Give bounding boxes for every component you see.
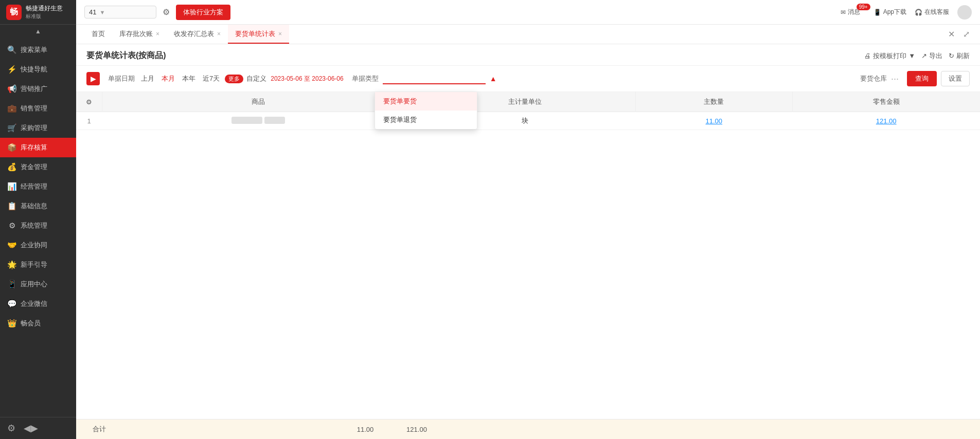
settings-column-header: ⚙ bbox=[76, 92, 102, 112]
column-settings-icon[interactable]: ⚙ bbox=[86, 98, 92, 106]
sidebar-item-inventory[interactable]: 📦库存核算 bbox=[0, 138, 76, 157]
messages-badge: 99+ bbox=[857, 4, 870, 10]
sidebar-item-guide[interactable]: 🌟新手引导 bbox=[0, 255, 76, 275]
product-placeholder-1 bbox=[231, 117, 262, 124]
warehouse-more-btn[interactable]: ··· bbox=[891, 74, 899, 84]
sidebar: 畅 畅捷通好生意 标准版 ▲ 🔍搜索菜单⚡快捷导航📢营销推广💼销售管理🛒采购管理… bbox=[0, 0, 76, 439]
messages-button[interactable]: ✉ 消息 99+ bbox=[841, 8, 865, 16]
app-download-button[interactable]: 📱 App下载 bbox=[874, 8, 906, 16]
sidebar-item-marketing[interactable]: 📢营销推广 bbox=[0, 79, 76, 99]
table-container: ⚙ 商品 主计量单位 主数量 零售金额 1 块 11.00 121.00 bbox=[76, 92, 980, 419]
nav-icon-business: 📊 bbox=[7, 182, 16, 191]
sidebar-item-system[interactable]: ⚙系统管理 bbox=[0, 216, 76, 235]
sidebar-item-quicknav[interactable]: ⚡快捷导航 bbox=[0, 60, 76, 79]
page-content: 要货单统计表(按商品) 🖨 按模板打印 ▼ ↗ 导出 ↻ 刷新 bbox=[76, 44, 980, 439]
sidebar-item-basicinfo[interactable]: 📋基础信息 bbox=[0, 196, 76, 216]
row-seq-0: 1 bbox=[76, 112, 102, 130]
more-date-btn[interactable]: 更多 bbox=[225, 75, 243, 83]
nav-label-enterprise: 企业协同 bbox=[21, 241, 47, 250]
dropdown-item-1[interactable]: 要货单退货 bbox=[375, 111, 477, 129]
settings-icon-button[interactable]: ⚙ bbox=[161, 5, 172, 19]
doc-type-collapse-btn[interactable]: ▲ bbox=[490, 75, 497, 83]
tab-label-inventory_batch: 库存批次账 bbox=[119, 29, 153, 39]
query-button[interactable]: 查询 bbox=[907, 71, 937, 86]
last-7days-btn[interactable]: 近7天 bbox=[201, 73, 222, 84]
close-tab-shipping_summary[interactable]: × bbox=[217, 30, 221, 38]
tab-home[interactable]: 首页 bbox=[84, 25, 112, 44]
nav-label-marketing: 营销推广 bbox=[21, 84, 47, 94]
tab-shipping_summary[interactable]: 收发存汇总表× bbox=[167, 25, 228, 44]
date-filter-group: 单据日期 上月 本月 本年 近7天 更多 自定义 2023-05-06 至 20… bbox=[108, 73, 344, 84]
nav-label-appstore: 应用中心 bbox=[21, 280, 47, 289]
table-footer: 合计 11.00 121.00 bbox=[76, 419, 980, 439]
tabbar: 首页库存批次账×收发存汇总表×要货单统计表× ✕ ⤢ bbox=[76, 25, 980, 44]
close-tab-button[interactable]: ✕ bbox=[946, 27, 957, 41]
refresh-button[interactable]: ↻ 刷新 bbox=[949, 51, 970, 61]
close-tab-inventory_batch[interactable]: × bbox=[156, 30, 159, 38]
nav-label-guide: 新手引导 bbox=[21, 260, 47, 269]
nav-label-sales: 销售管理 bbox=[21, 104, 47, 113]
custom-date-btn[interactable]: 自定义 bbox=[246, 74, 266, 83]
trial-button[interactable]: 体验行业方案 bbox=[176, 5, 230, 20]
footer-label: 合计 bbox=[82, 425, 206, 434]
print-template-button[interactable]: 🖨 按模板打印 ▼ bbox=[864, 51, 915, 61]
sidebar-item-appstore[interactable]: 📱应用中心 bbox=[0, 275, 76, 294]
settings-bottom-icon[interactable]: ⚙ bbox=[7, 423, 15, 434]
nav-label-purchase: 采购管理 bbox=[21, 123, 47, 133]
nav-icon-guide: 🌟 bbox=[7, 260, 16, 269]
collapse-icon[interactable]: ◀▶ bbox=[24, 423, 38, 434]
nav-icon-appstore: 📱 bbox=[7, 280, 16, 289]
last-month-btn[interactable]: 上月 bbox=[139, 73, 156, 84]
sidebar-bottom: ⚙ ◀▶ bbox=[0, 417, 76, 439]
sidebar-item-search[interactable]: 🔍搜索菜单 bbox=[0, 40, 76, 60]
nav-icon-finance: 💰 bbox=[7, 162, 16, 172]
doc-type-label: 单据类型 bbox=[352, 74, 379, 83]
dropdown-item-0[interactable]: 要货单要货 bbox=[375, 92, 477, 111]
this-year-btn[interactable]: 本年 bbox=[180, 73, 198, 84]
nav-icon-wechat: 💬 bbox=[7, 299, 16, 308]
app-icon: 📱 bbox=[874, 9, 881, 16]
sidebar-item-wechat[interactable]: 💬企业微信 bbox=[0, 294, 76, 314]
amount-link-0[interactable]: 121.00 bbox=[876, 117, 897, 125]
date-range-value: 2023-05-06 至 2023-06-06 bbox=[271, 75, 343, 82]
expand-tab-button[interactable]: ⤢ bbox=[961, 27, 972, 41]
online-service-button[interactable]: 🎧 在线客服 bbox=[915, 8, 949, 16]
quantity-link-0[interactable]: 11.00 bbox=[706, 117, 723, 125]
company-arrow-icon: ▼ bbox=[99, 9, 105, 15]
export-button[interactable]: ↗ 导出 bbox=[921, 51, 942, 61]
sidebar-item-business[interactable]: 📊经营管理 bbox=[0, 177, 76, 196]
tab-inventory_batch[interactable]: 库存批次账× bbox=[112, 25, 167, 44]
page-inner: 要货单统计表(按商品) 🖨 按模板打印 ▼ ↗ 导出 ↻ 刷新 bbox=[76, 44, 980, 439]
tab-label-shipping_summary: 收发存汇总表 bbox=[174, 29, 214, 39]
nav-icon-marketing: 📢 bbox=[7, 84, 16, 94]
this-month-btn[interactable]: 本月 bbox=[159, 73, 177, 84]
tab-order_stats[interactable]: 要货单统计表× bbox=[228, 25, 289, 44]
date-range-display: 2023-05-06 至 2023-06-06 bbox=[271, 75, 343, 83]
setup-button[interactable]: 设置 bbox=[941, 71, 970, 86]
doc-type-input[interactable] bbox=[383, 74, 486, 84]
topbar: 41 ▼ ⚙ 体验行业方案 ✉ 消息 99+ 📱 App下载 🎧 在线客服 bbox=[76, 0, 980, 25]
footer-quantity: 11.00 bbox=[340, 426, 391, 433]
close-tab-order_stats[interactable]: × bbox=[278, 30, 282, 38]
row-amount-0: 121.00 bbox=[792, 112, 980, 130]
sidebar-item-member[interactable]: 👑畅会员 bbox=[0, 314, 76, 333]
sidebar-item-finance[interactable]: 💰资金管理 bbox=[0, 157, 76, 177]
sidebar-item-enterprise[interactable]: 🤝企业协同 bbox=[0, 235, 76, 255]
main-area: 41 ▼ ⚙ 体验行业方案 ✉ 消息 99+ 📱 App下载 🎧 在线客服 首 bbox=[76, 0, 980, 439]
sidebar-item-sales[interactable]: 💼销售管理 bbox=[0, 99, 76, 118]
filter-expand-button[interactable]: ▶ bbox=[86, 72, 100, 85]
sidebar-item-purchase[interactable]: 🛒采购管理 bbox=[0, 118, 76, 138]
print-arrow-icon: ▼ bbox=[908, 52, 915, 60]
service-icon: 🎧 bbox=[915, 9, 922, 16]
user-avatar[interactable] bbox=[957, 5, 972, 20]
tab-label-home: 首页 bbox=[92, 29, 105, 39]
nav-label-basicinfo: 基础信息 bbox=[21, 202, 47, 211]
scroll-up-button[interactable]: ▲ bbox=[33, 26, 43, 37]
doc-type-filter-group: 单据类型 ▲ bbox=[352, 74, 852, 84]
nav-icon-purchase: 🛒 bbox=[7, 123, 16, 133]
nav-label-finance: 资金管理 bbox=[21, 162, 47, 172]
nav-icon-sales: 💼 bbox=[7, 104, 16, 113]
message-icon: ✉ bbox=[841, 9, 846, 16]
company-selector[interactable]: 41 ▼ bbox=[84, 6, 156, 19]
amount-column-header: 零售金额 bbox=[792, 92, 980, 112]
